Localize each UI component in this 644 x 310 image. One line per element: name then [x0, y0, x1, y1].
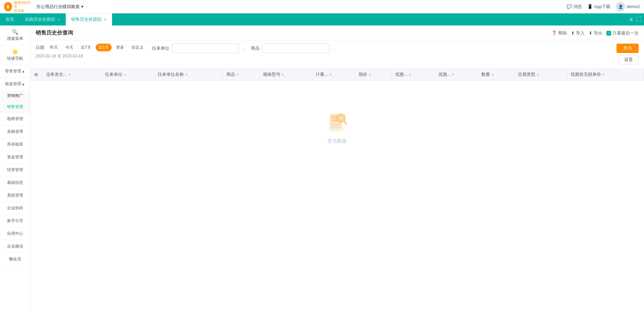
- svg-rect-3: [331, 118, 337, 119]
- tabs-bar-right: ✕ ⛶: [629, 13, 644, 25]
- sort-icon-discount1: ⇅: [409, 73, 411, 76]
- col-trade-type[interactable]: 交易类型 ⇅: [515, 69, 567, 81]
- empty-icon: [324, 107, 351, 134]
- sort-icon-unit: ⇅: [329, 73, 332, 76]
- filter-bar: 日期 昨天 今天 近7天 近1月 更多 自定义 2023-02-18 至 202…: [30, 40, 644, 69]
- page-title-row: 销售历史价查询 ❓ 帮助 ⬆ 导入 ⬇ 导出 ✓: [36, 30, 639, 37]
- partner-input[interactable]: [172, 44, 239, 53]
- message-btn[interactable]: 💬 消息: [567, 4, 582, 10]
- page-title: 销售历史价查询: [36, 30, 73, 37]
- sidebar-item-operations[interactable]: 经营管理: [0, 164, 30, 176]
- import-btn[interactable]: ⬆ 导入: [571, 30, 585, 36]
- partner-label: 往来单位: [152, 45, 169, 51]
- product-dots[interactable]: ...: [332, 46, 336, 51]
- col-biz-date[interactable]: 业务发生... ⇅: [42, 69, 102, 81]
- page-header: 销售历史价查询 ❓ 帮助 ⬆ 导入 ⬇ 导出 ✓: [30, 25, 644, 40]
- sort-icon-trade-type: ⇅: [537, 73, 539, 76]
- import-icon: ⬆: [571, 31, 575, 36]
- sidebar-item-enterprise-wechat[interactable]: 企业微信: [0, 240, 30, 253]
- only-last-checkbox[interactable]: ✓ 只看最后一次: [606, 30, 639, 36]
- sidebar-item-system-mgmt[interactable]: 系统管理: [0, 189, 30, 202]
- date-label: 日期: [36, 45, 44, 51]
- sidebar-item-finance[interactable]: 资金管理: [0, 151, 30, 164]
- data-table: ⚙ 业务发生... ⇅ 往来单位 ⇅ 往来单位名称: [30, 69, 644, 81]
- sort-icon-partner-code: ⇅: [124, 73, 126, 76]
- tab-close-purchase[interactable]: ✕: [57, 17, 60, 22]
- avatar: 👤: [616, 2, 625, 11]
- sidebar-item-app-center[interactable]: 应用中心: [0, 227, 30, 240]
- col-partner-code[interactable]: 往来单位 ⇅: [102, 69, 154, 81]
- col-quantity[interactable]: 数量 ⇅: [478, 69, 515, 81]
- sort-icon-quote: ⇅: [369, 73, 371, 76]
- sidebar-item-basic-info[interactable]: 基础信息: [0, 176, 30, 189]
- date-btn-more[interactable]: 更多: [113, 44, 127, 51]
- sidebar-item-wholesale-mgmt[interactable]: 批发管理 ▲: [0, 78, 30, 90]
- help-btn[interactable]: ❓ 帮助: [551, 30, 567, 36]
- sort-icon-product: ⇅: [236, 73, 239, 76]
- partner-filter-row: 往来单位 ...: [152, 44, 246, 53]
- date-btn-yesterday[interactable]: 昨天: [47, 44, 61, 51]
- tab-home[interactable]: 首页: [0, 13, 19, 25]
- wholesale-arrow-icon: ▲: [22, 82, 25, 86]
- retail-arrow-icon: ▲: [22, 69, 25, 73]
- sidebar-item-inventory[interactable]: 库存核算: [0, 138, 30, 151]
- date-btn-last1m[interactable]: 近1月: [96, 44, 112, 51]
- checkbox-icon: ✓: [606, 31, 611, 36]
- date-btn-last7[interactable]: 近7天: [78, 44, 94, 51]
- help-icon: ❓: [551, 31, 557, 36]
- table-settings-icon[interactable]: ⚙: [34, 72, 38, 77]
- col-product[interactable]: 商品 ⇅: [223, 69, 260, 81]
- date-filter-group: 日期 昨天 今天 近7天 近1月 更多 自定义 2023-02-18 至 202…: [36, 44, 147, 59]
- sidebar-sub-marketing[interactable]: 营销推广: [0, 90, 30, 101]
- date-btn-today[interactable]: 今天: [62, 44, 76, 51]
- sidebar: 🔍 搜索菜单 ⭐ 快捷导航 零售管理 ▲ 批发管理 ▲ 营销推广 销售管理: [0, 25, 30, 310]
- col-pretax-price[interactable]: 优惠前无税单价 ⇅: [567, 69, 644, 81]
- sidebar-item-enterprise-collab[interactable]: 企业协同: [0, 202, 30, 215]
- sidebar-item-search-menu[interactable]: 🔍 搜索菜单: [0, 25, 30, 45]
- query-button[interactable]: 查询: [616, 44, 639, 53]
- user-area[interactable]: 👤 demo2: [616, 2, 640, 11]
- sidebar-item-member[interactable]: 畅会员: [0, 253, 30, 266]
- sidebar-item-ecom-mgmt[interactable]: 电商管理: [0, 113, 30, 125]
- filter-actions: 查询 设置: [616, 44, 639, 64]
- empty-state: 暂无数据: [30, 81, 644, 171]
- logo-area: 6 畅捷信好生意 标准版: [4, 1, 31, 13]
- search-menu-icon: 🔍: [12, 29, 18, 35]
- product-filter-group: 商品 ...: [251, 44, 336, 53]
- dropdown-icon: ▾: [81, 4, 84, 9]
- export-btn[interactable]: ⬇ 导出: [589, 30, 602, 36]
- sidebar-item-new-guide[interactable]: 新手引导: [0, 215, 30, 227]
- close-window-btn[interactable]: ✕: [629, 16, 633, 23]
- product-filter-row: 商品 ...: [251, 44, 336, 53]
- product-input[interactable]: [262, 44, 329, 53]
- date-btn-custom[interactable]: 自定义: [128, 44, 147, 51]
- app-download-btn[interactable]: 📱 App下载: [587, 4, 610, 10]
- sort-icon-discount2: ⇅: [452, 73, 454, 76]
- product-label: 商品: [251, 45, 260, 51]
- app-selector[interactable]: 办公用品行业模拟账套 ▾: [34, 2, 86, 11]
- sidebar-group-wholesale: 批发管理 ▲ 营销推广 销售管理: [0, 78, 30, 113]
- col-discount1[interactable]: 优惠... ⇅: [391, 69, 435, 81]
- sidebar-sub-sales-mgmt[interactable]: 销售管理: [0, 101, 30, 112]
- tab-sales-history[interactable]: 销售历史价跟踪 ✕: [66, 13, 112, 25]
- logo-text: 畅捷信好生意 标准版: [14, 1, 31, 13]
- col-discount2[interactable]: 优惠... ⇅: [435, 69, 478, 81]
- download-icon: 📱: [587, 4, 593, 9]
- date-buttons: 昨天 今天 近7天 近1月 更多 自定义: [47, 44, 147, 51]
- col-unit[interactable]: 计量... ⇅: [312, 69, 355, 81]
- tabs-bar: 首页 采购历史价跟踪 ✕ 销售历史价跟踪 ✕ ✕ ⛶: [0, 13, 644, 25]
- col-settings[interactable]: ⚙: [30, 69, 42, 81]
- sidebar-item-quick-nav[interactable]: ⭐ 快捷导航: [0, 45, 30, 65]
- logo-icon: 6: [4, 2, 12, 11]
- tab-close-sales[interactable]: ✕: [104, 17, 107, 22]
- sidebar-item-retail-mgmt[interactable]: 零售管理 ▲: [0, 65, 30, 78]
- sidebar-item-purchase-mgmt[interactable]: 采购管理: [0, 125, 30, 138]
- tab-purchase-history[interactable]: 采购历史价跟踪 ✕: [19, 13, 66, 25]
- col-quote[interactable]: 报价 ⇅: [355, 69, 392, 81]
- partner-dots[interactable]: ...: [242, 46, 246, 51]
- col-spec[interactable]: 规格型号 ⇅: [259, 69, 312, 81]
- fullscreen-btn[interactable]: ⛶: [636, 16, 641, 22]
- col-partner-name[interactable]: 往来单位名称 ⇅: [154, 69, 223, 81]
- quick-nav-icon: ⭐: [12, 49, 18, 55]
- settings-button[interactable]: 设置: [619, 55, 639, 64]
